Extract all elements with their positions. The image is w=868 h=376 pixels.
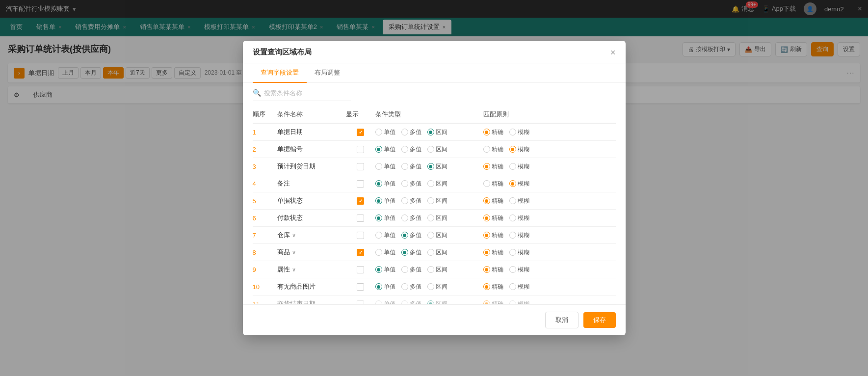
type-multi-6[interactable]: 多值 [401,214,421,222]
match-exact-6[interactable]: 精确 [483,214,503,222]
search-input[interactable] [264,89,342,97]
match-exact-3[interactable]: 精确 [483,162,503,171]
type-single-6[interactable]: 单值 [375,214,395,222]
radio-exact-4 [483,180,490,187]
type-range-6[interactable]: 区间 [427,214,447,222]
radio-multi-3 [401,163,408,170]
display-checkbox-2[interactable] [357,146,364,153]
cell-order: 7 [253,232,277,239]
match-fuzzy-5[interactable]: 模糊 [509,197,529,205]
match-radio-group-5: 精确 模糊 [483,197,529,205]
type-range-9[interactable]: 区间 [427,266,447,274]
match-exact-4[interactable]: 精确 [483,180,503,188]
match-fuzzy-7[interactable]: 模糊 [509,231,529,240]
match-exact-7[interactable]: 精确 [483,231,503,240]
radio-single-10 [375,283,382,290]
table-row: 2 单据编号 单值 多值 区间 精确 模糊 [253,141,616,158]
type-range-2[interactable]: 区间 [427,145,447,154]
type-range-5[interactable]: 区间 [427,197,447,205]
radio-exact-2 [483,146,490,153]
match-exact-11[interactable]: 精确 [483,300,503,305]
match-fuzzy-2[interactable]: 模糊 [509,145,529,154]
match-exact-9[interactable]: 精确 [483,266,503,274]
radio-fuzzy-2 [509,146,516,153]
type-single-9[interactable]: 单值 [375,266,395,274]
type-range-7[interactable]: 区间 [427,231,447,240]
type-multi-9[interactable]: 多值 [401,266,421,274]
type-range-3[interactable]: 区间 [427,162,447,171]
match-fuzzy-1[interactable]: 模糊 [509,128,529,136]
dialog-footer: 取消 保存 [243,304,626,335]
type-range-1[interactable]: 区间 [427,128,447,136]
match-fuzzy-8[interactable]: 模糊 [509,248,529,257]
type-single-1[interactable]: 单值 [375,128,395,136]
tab-layout-label: 布局调整 [315,69,340,76]
match-fuzzy-6[interactable]: 模糊 [509,214,529,222]
cell-type: 单值 多值 区间 [375,214,483,222]
match-exact-5[interactable]: 精确 [483,197,503,205]
display-checkbox-6[interactable] [357,215,364,222]
cell-name: 仓库 ∨ [277,231,346,240]
display-checkbox-3[interactable] [357,163,364,170]
radio-single-5 [375,197,382,204]
match-fuzzy-9[interactable]: 模糊 [509,266,529,274]
type-multi-2[interactable]: 多值 [401,145,421,154]
cell-order: 9 [253,266,277,273]
dialog-close-btn[interactable]: × [610,48,616,57]
type-single-2[interactable]: 单值 [375,145,395,154]
match-exact-8[interactable]: 精确 [483,248,503,257]
radio-exact-3 [483,163,490,170]
match-exact-10[interactable]: 精确 [483,283,503,291]
cell-order: 1 [253,129,277,136]
match-fuzzy-4[interactable]: 模糊 [509,180,529,188]
display-checkbox-1[interactable] [357,129,364,136]
type-multi-1[interactable]: 多值 [401,128,421,136]
display-checkbox-9[interactable] [357,266,364,273]
type-single-11[interactable]: 单值 [375,300,395,305]
cancel-button[interactable]: 取消 [545,312,579,328]
tab-fields[interactable]: 查询字段设置 [253,63,307,83]
type-radio-group-10: 单值 多值 区间 [375,283,447,291]
display-checkbox-10[interactable] [357,283,364,291]
match-fuzzy-3[interactable]: 模糊 [509,162,529,171]
match-radio-group-4: 精确 模糊 [483,180,529,188]
radio-single-7 [375,232,382,239]
cell-type: 单值 多值 区间 [375,145,483,154]
cell-order: 6 [253,215,277,222]
match-exact-2[interactable]: 精确 [483,145,503,154]
display-checkbox-8[interactable] [357,249,364,256]
display-checkbox-4[interactable] [357,180,364,188]
type-multi-11[interactable]: 多值 [401,300,421,305]
type-range-4[interactable]: 区间 [427,180,447,188]
cell-order: 8 [253,249,277,256]
type-single-3[interactable]: 单值 [375,162,395,171]
display-checkbox-11[interactable] [357,300,364,305]
match-fuzzy-10[interactable]: 模糊 [509,283,529,291]
type-multi-7[interactable]: 多值 [401,231,421,240]
type-single-5[interactable]: 单值 [375,197,395,205]
type-multi-3[interactable]: 多值 [401,162,421,171]
type-radio-group-9: 单值 多值 区间 [375,266,447,274]
match-fuzzy-11[interactable]: 模糊 [509,300,529,305]
type-multi-10[interactable]: 多值 [401,283,421,291]
type-multi-8[interactable]: 多值 [401,248,421,257]
type-range-11[interactable]: 区间 [427,300,447,305]
match-exact-1[interactable]: 精确 [483,128,503,136]
save-button[interactable]: 保存 [583,312,616,328]
radio-range-9 [427,266,434,273]
type-single-8[interactable]: 单值 [375,248,395,257]
type-single-7[interactable]: 单值 [375,231,395,240]
type-single-10[interactable]: 单值 [375,283,395,291]
type-multi-5[interactable]: 多值 [401,197,421,205]
type-multi-4[interactable]: 多值 [401,180,421,188]
type-range-8[interactable]: 区间 [427,248,447,257]
modal-overlay: 设置查询区域布局 × 查询字段设置 布局调整 🔍 顺序 条件名称 [0,0,868,376]
display-checkbox-7[interactable] [357,232,364,239]
tab-layout[interactable]: 布局调整 [307,63,348,83]
type-range-10[interactable]: 区间 [427,283,447,291]
type-single-4[interactable]: 单值 [375,180,395,188]
display-checkbox-5[interactable] [357,197,364,205]
radio-range-6 [427,215,434,221]
cell-name: 交货结束日期 [277,299,346,304]
radio-single-2 [375,146,382,153]
